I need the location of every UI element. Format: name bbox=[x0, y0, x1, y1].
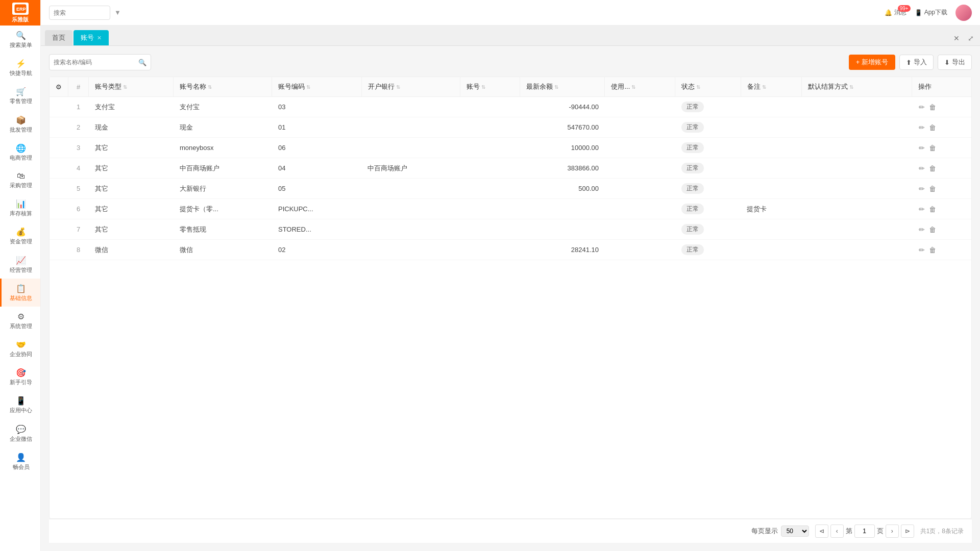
row-account bbox=[460, 219, 520, 240]
page-number-input[interactable] bbox=[854, 524, 875, 538]
row-bank bbox=[361, 179, 460, 199]
row-actions: ✏ 🗑 bbox=[912, 138, 971, 158]
top-search-input[interactable] bbox=[49, 6, 110, 20]
delete-button[interactable]: 🗑 bbox=[929, 226, 936, 234]
sidebar-label-enterprise-wechat: 企业微信 bbox=[10, 436, 32, 442]
sidebar-icon-search-menu: 🔍 bbox=[16, 31, 26, 40]
delete-button[interactable]: 🗑 bbox=[929, 205, 936, 213]
export-button[interactable]: ⬇ 导出 bbox=[938, 55, 972, 70]
sidebar-item-basic-info[interactable]: 📋 基础信息 bbox=[0, 279, 40, 307]
row-remark: 提货卡 bbox=[741, 199, 801, 219]
sidebar-item-member[interactable]: 👤 畅会员 bbox=[0, 447, 40, 475]
first-page-button[interactable]: ⊲ bbox=[815, 524, 828, 538]
row-name: 微信 bbox=[174, 240, 272, 260]
sidebar-item-enterprise-wechat[interactable]: 💬 企业微信 bbox=[0, 419, 40, 447]
edit-button[interactable]: ✏ bbox=[919, 144, 925, 152]
last-page-button[interactable]: ⊳ bbox=[901, 524, 914, 538]
sidebar-icon-ecommerce: 🌐 bbox=[16, 143, 26, 153]
tab-close-account[interactable]: ✕ bbox=[97, 35, 102, 41]
header-right: 🔔 消息 99+ 📱 App下载 bbox=[885, 5, 972, 21]
page-size-select[interactable]: 50 100 200 bbox=[781, 525, 809, 537]
edit-button[interactable]: ✏ bbox=[919, 123, 925, 132]
sidebar-item-wholesale[interactable]: 📦 批发管理 bbox=[0, 110, 40, 138]
sidebar-item-purchase[interactable]: 🛍 采购管理 bbox=[0, 166, 40, 194]
row-settlement bbox=[802, 97, 912, 117]
toolbar-right: + 新增账号 ⬆ 导入 ⬇ 导出 bbox=[849, 55, 972, 70]
edit-button[interactable]: ✏ bbox=[919, 226, 925, 234]
search-icon[interactable]: 🔍 bbox=[138, 59, 146, 66]
table-row: 5 其它 大新银行 05 500.00 正常 ✏ 🗑 bbox=[50, 179, 971, 199]
tab-home[interactable]: 首页 bbox=[45, 30, 72, 45]
notification-button[interactable]: 🔔 消息 99+ bbox=[885, 8, 906, 17]
prev-page-button[interactable]: ‹ bbox=[830, 524, 844, 538]
next-page-button[interactable]: › bbox=[886, 524, 899, 538]
sidebar-item-operations[interactable]: 📈 经营管理 bbox=[0, 251, 40, 279]
col-name[interactable]: 账号名称⇅ bbox=[174, 77, 272, 97]
status-badge: 正常 bbox=[681, 244, 704, 255]
delete-button[interactable]: 🗑 bbox=[929, 164, 936, 172]
row-gear bbox=[50, 240, 68, 260]
sidebar-item-search-menu[interactable]: 🔍 搜索菜单 bbox=[0, 26, 40, 54]
accounts-table: ⚙ # 账号类型⇅ 账号名称⇅ 账号编码⇅ 开户银行⇅ 账号⇅ 最新余额⇅ 使用… bbox=[50, 77, 971, 260]
status-badge: 正常 bbox=[681, 102, 704, 112]
col-code[interactable]: 账号编码⇅ bbox=[272, 77, 361, 97]
status-badge: 正常 bbox=[681, 163, 704, 173]
sidebar-item-inventory[interactable]: 📊 库存核算 bbox=[0, 194, 40, 222]
col-usage[interactable]: 使用...⇅ bbox=[605, 77, 675, 97]
row-gear bbox=[50, 179, 68, 199]
col-gear[interactable]: ⚙ bbox=[50, 77, 68, 97]
col-settlement[interactable]: 默认结算方式⇅ bbox=[802, 77, 912, 97]
sidebar-item-finance[interactable]: 💰 资金管理 bbox=[0, 222, 40, 250]
col-status[interactable]: 状态⇅ bbox=[675, 77, 741, 97]
row-num: 6 bbox=[68, 199, 89, 219]
col-bank[interactable]: 开户银行⇅ bbox=[361, 77, 460, 97]
row-num: 8 bbox=[68, 240, 89, 260]
row-remark bbox=[741, 117, 801, 138]
delete-button[interactable]: 🗑 bbox=[929, 144, 936, 152]
delete-button[interactable]: 🗑 bbox=[929, 185, 936, 193]
edit-button[interactable]: ✏ bbox=[919, 205, 925, 213]
edit-button[interactable]: ✏ bbox=[919, 185, 925, 193]
col-account[interactable]: 账号⇅ bbox=[460, 77, 520, 97]
row-code: 06 bbox=[272, 138, 361, 158]
delete-button[interactable]: 🗑 bbox=[929, 123, 936, 132]
edit-button[interactable]: ✏ bbox=[919, 246, 925, 254]
col-balance[interactable]: 最新余额⇅ bbox=[520, 77, 605, 97]
notification-badge: 99+ bbox=[898, 5, 911, 12]
sidebar-item-newcomer[interactable]: 🎯 新手引导 bbox=[0, 363, 40, 391]
row-name: 中百商场账户 bbox=[174, 158, 272, 179]
tab-account[interactable]: 账号✕ bbox=[74, 30, 109, 45]
row-settlement bbox=[802, 240, 912, 260]
tab-maximize-button[interactable]: ⤢ bbox=[966, 33, 976, 43]
row-account bbox=[460, 138, 520, 158]
sidebar-item-retail[interactable]: 🛒 零售管理 bbox=[0, 82, 40, 110]
col-type[interactable]: 账号类型⇅ bbox=[89, 77, 174, 97]
header-row: ⚙ # 账号类型⇅ 账号名称⇅ 账号编码⇅ 开户银行⇅ 账号⇅ 最新余额⇅ 使用… bbox=[50, 77, 971, 97]
col-remark[interactable]: 备注⇅ bbox=[741, 77, 801, 97]
import-label: 导入 bbox=[914, 58, 927, 67]
delete-button[interactable]: 🗑 bbox=[929, 103, 936, 111]
row-num: 1 bbox=[68, 97, 89, 117]
edit-button[interactable]: ✏ bbox=[919, 164, 925, 172]
delete-button[interactable]: 🗑 bbox=[929, 246, 936, 254]
row-remark bbox=[741, 97, 801, 117]
sidebar-item-quick-nav[interactable]: ⚡ 快捷导航 bbox=[0, 54, 40, 82]
dropdown-arrow-icon[interactable]: ▼ bbox=[114, 9, 121, 16]
sidebar-icon-purchase: 🛍 bbox=[17, 171, 25, 181]
search-input[interactable] bbox=[54, 59, 138, 66]
import-button[interactable]: ⬆ 导入 bbox=[899, 55, 934, 70]
row-gear bbox=[50, 117, 68, 138]
status-badge: 正常 bbox=[681, 224, 704, 235]
sidebar-item-system[interactable]: ⚙ 系统管理 bbox=[0, 307, 40, 335]
row-code: 04 bbox=[272, 158, 361, 179]
add-account-button[interactable]: + 新增账号 bbox=[849, 55, 895, 70]
sidebar-item-app-center[interactable]: 📱 应用中心 bbox=[0, 391, 40, 419]
app-download-button[interactable]: 📱 App下载 bbox=[915, 8, 947, 17]
edit-button[interactable]: ✏ bbox=[919, 103, 925, 111]
row-account bbox=[460, 158, 520, 179]
tab-close-all-button[interactable]: ✕ bbox=[951, 33, 962, 43]
sidebar-item-ecommerce[interactable]: 🌐 电商管理 bbox=[0, 138, 40, 166]
table-row: 3 其它 moneybosx 06 10000.00 正常 ✏ 🗑 bbox=[50, 138, 971, 158]
sidebar-item-enterprise-agreement[interactable]: 🤝 企业协同 bbox=[0, 335, 40, 363]
avatar[interactable] bbox=[955, 5, 972, 21]
